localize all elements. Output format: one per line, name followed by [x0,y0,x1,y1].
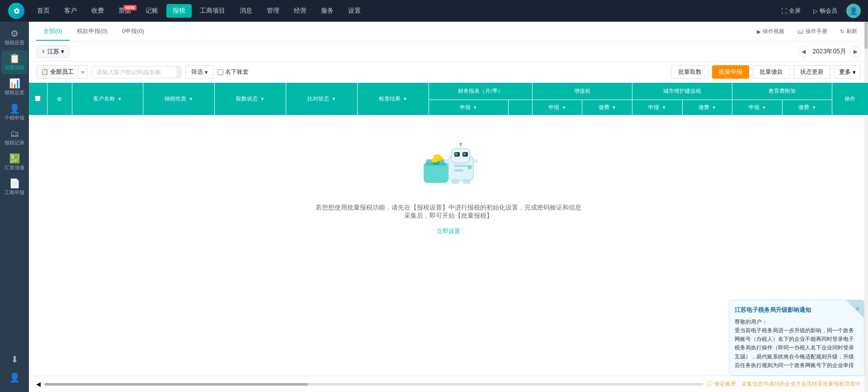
fullscreen-button[interactable]: ⛶ 全屏 [778,5,804,17]
nav-bookkeeping[interactable]: 记账 [139,4,165,18]
nav-service[interactable]: 服务 [315,4,340,18]
settings-icon[interactable]: ⚙ [57,96,62,102]
notification-greeting: 尊敬的用户： [735,318,859,326]
edu-declare-filter[interactable]: ▼ [762,105,766,110]
sidebar-item-annual-report[interactable]: 📄 工商年报 [1,175,28,199]
toolbar: 📋 全部员工 ▾ 🔍 筛选 ▾ 名下账套 批量取数 批量申报 批量缴款 状态更新… [29,62,868,83]
prev-month-button[interactable]: ◀ [798,46,809,57]
city-construction-header: 城市维护建设税 [632,83,732,100]
right-scrollbar[interactable] [864,22,868,392]
empty-state-row: 若您想使用批量报税功能，请先在【报税设置】中进行报税的初始化设置，完成密码验证和… [29,115,868,263]
sidebar-item-tax-record[interactable]: 🗂 报税记录 [1,125,28,149]
member-label: 畅会员 [820,7,837,15]
check-filter-icon[interactable]: ▼ [403,96,407,101]
province-selector[interactable]: ♀ 江苏 ▾ [36,45,69,58]
avatar[interactable]: 👤 [846,4,861,18]
fin-declare-filter[interactable]: ▼ [473,105,477,110]
search-input[interactable] [92,67,177,78]
member-button[interactable]: ▷ 畅会员 [810,5,841,17]
staff-selector-label: 📋 全部员工 [37,66,79,78]
province-nav: ♀ 江苏 ▾ ◀ 2023年05月 ▶ [29,42,868,62]
settings-header: ⚙ [47,83,72,115]
account-set-check[interactable] [217,69,223,75]
download-icon: ⬇ [11,355,19,364]
vat-declare-filter[interactable]: ▼ [561,105,566,110]
financial-fee-header [508,100,532,115]
nav-business[interactable]: 工商项目 [193,4,231,18]
vat-fee-filter[interactable]: ▼ [612,105,616,110]
nav-message[interactable]: 消息 [233,4,259,18]
sidebar-item-tax-overview[interactable]: 📊 报税总览 [1,75,28,99]
account-set-checkbox[interactable]: 名下账套 [217,68,249,76]
nav-invoice[interactable]: 票据 NEW [112,4,137,18]
next-month-button[interactable]: ▶ [850,46,861,57]
setup-link[interactable]: 立即设置 [437,227,460,235]
sidebar-download-button[interactable]: ⬇ [1,351,28,368]
batch-declare-button[interactable]: 批量申报 [712,65,749,79]
chevron-down-icon: ▾ [61,48,64,55]
status-update-button[interactable]: 状态更新 [793,65,830,79]
manual-icon: 📖 [797,29,804,35]
fullscreen-label: 全屏 [789,7,801,15]
vat-fee-header: 缴费 ▼ [582,100,632,115]
filter-button[interactable]: 筛选 ▾ [185,65,214,79]
batch-pay-button[interactable]: 批量缴款 [753,65,790,79]
tax-type-header: 纳税性质 ▼ [143,83,215,115]
nav-operation[interactable]: 经营 [288,4,313,18]
nav-home[interactable]: 首页 [31,4,56,18]
nav-management[interactable]: 管理 [260,4,286,18]
financial-declare-header: 申报 ▼ [429,100,508,115]
nav-tax[interactable]: 报税 [166,4,192,18]
tab-tax-declare[interactable]: 税款申报(0) [70,23,115,41]
tax-type-filter-icon[interactable]: ▼ [189,96,193,101]
refresh-button[interactable]: ↻ 刷新 [836,26,861,37]
nav-fee[interactable]: 收费 [85,4,110,18]
person-icon: ♀ [41,48,46,55]
personal-tax-label: 个税申报 [5,115,24,121]
horizontal-scrollbar-track[interactable] [44,383,703,386]
compare-filter-icon[interactable]: ▼ [331,96,336,101]
sidebar-user-button[interactable]: 👤 [1,369,28,386]
select-all-checkbox[interactable] [35,96,41,101]
batch-fetch-button[interactable]: 批量取数 [671,65,708,79]
svg-rect-11 [463,153,466,155]
search-box: 🔍 [91,66,182,78]
sidebar-item-annual-settlement[interactable]: 💹 汇算清缴 [1,150,28,174]
staff-selector[interactable]: 📋 全部员工 ▾ [36,65,88,79]
edu-fee-header: 缴费 ▼ [783,100,832,115]
tax-settings-label: 报税设置 [5,40,24,46]
more-button[interactable]: 更多 ▾ [834,65,861,79]
toolbar-right-buttons: 批量取数 批量申报 批量缴款 状态更新 更多 ▾ [671,65,861,79]
tab-all[interactable]: 全部(0) [36,23,70,41]
sidebar-item-batch-tax[interactable]: 📋 批量报税 [1,50,28,74]
warning-icon: ⓘ [707,380,712,388]
batch-tax-icon: 📋 [9,54,20,63]
fetch-filter-icon[interactable]: ▼ [260,96,264,101]
search-button[interactable]: 🔍 [177,67,182,78]
operation-video-button[interactable]: ▶ 操作视频 [753,26,788,37]
app-logo[interactable]: ✿ [7,2,25,20]
vat-header: 增值税 [532,83,632,100]
svg-rect-15 [472,159,478,163]
city-declare-filter[interactable]: ▼ [662,105,666,110]
sidebar-item-tax-settings[interactable]: ⚙ 报税设置 [1,25,28,49]
table-header-row-1: ⚙ 客户名称 ▼ 纳税性质 ▼ 取数状态 ▼ 比对状态 ▼ [29,83,868,100]
svg-rect-10 [455,153,458,155]
right-scrollbar-thumb[interactable] [864,22,868,49]
horizontal-scrollbar-thumb[interactable] [44,383,308,386]
annual-settlement-label: 汇算清缴 [5,165,24,171]
video-icon: ▶ [757,29,761,35]
tabs-right-buttons: ▶ 操作视频 📖 操作手册 ↻ 刷新 [753,26,861,37]
edu-fee-filter[interactable]: ▼ [811,105,816,110]
nav-settings[interactable]: 设置 [342,4,367,18]
tax-overview-icon: 📊 [9,79,20,88]
sidebar-item-personal-tax[interactable]: 👤 个税申报 [1,100,28,124]
notification-close-button[interactable]: ✕ [855,304,860,314]
operation-manual-button[interactable]: 📖 操作手册 [793,26,831,37]
more-chevron-icon: ▾ [853,69,856,76]
city-fee-filter[interactable]: ▼ [712,105,716,110]
customer-filter-icon[interactable]: ▼ [118,96,122,101]
tab-zero-declare[interactable]: 0申报(0) [115,23,151,41]
nav-customer[interactable]: 客户 [58,4,83,18]
staff-selector-arrow[interactable]: ▾ [79,67,87,78]
